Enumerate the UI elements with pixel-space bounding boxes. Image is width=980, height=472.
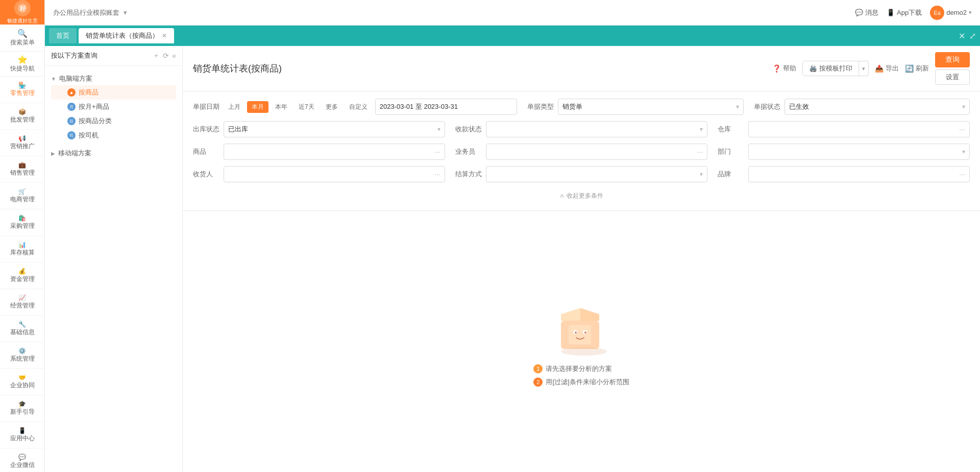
- scheme-item-by-product[interactable]: ● 按商品: [51, 85, 176, 100]
- tab-expand-btn[interactable]: ⤢: [969, 31, 976, 41]
- pc-scheme-group-header[interactable]: ▼ 电脑端方案: [51, 72, 176, 85]
- sidebar-marketing-label: 营销推广: [2, 142, 42, 151]
- workspace-dropdown-icon[interactable]: ▾: [124, 9, 127, 16]
- filter-row-2: 出库状态 已出库 ▾ 收款状态 ▾: [193, 121, 970, 137]
- sidebar-item-inventory[interactable]: 📊 库存核算: [0, 236, 44, 263]
- print-dropdown-btn[interactable]: ▾: [859, 63, 868, 75]
- help-btn[interactable]: ❓ 帮助: [772, 64, 796, 73]
- docstatus-select[interactable]: 已生效 ▾: [785, 99, 970, 115]
- scheme-item-by-category[interactable]: 目 按商品分类: [51, 114, 176, 128]
- sidebar-wechat-label: 企业微信: [2, 461, 42, 469]
- app-download-btn[interactable]: 📱 App下载: [887, 8, 922, 17]
- appcenter-icon: 📱: [2, 427, 42, 434]
- sidebar-item-enterprise[interactable]: 🤝 企业协同: [0, 369, 44, 395]
- doctype-value: 销货单: [562, 102, 582, 111]
- doctype-label: 单据类型: [527, 102, 558, 111]
- help-label: 帮助: [783, 64, 796, 73]
- svg-marker-4: [561, 308, 580, 321]
- filter-left-panel: 按以下方案查询 ＋ ⟳ « ▼ 电脑端方案 ● 按商品: [45, 46, 183, 472]
- date-btn-last-month[interactable]: 上月: [224, 101, 245, 113]
- tabbar: 首页 销货单统计表（按商品） ✕ ✕ ⤢: [45, 26, 980, 46]
- salesperson-input[interactable]: ···: [486, 144, 707, 160]
- date-range-input[interactable]: 2023-03-01 至 2023-03-31: [375, 99, 517, 115]
- product-input[interactable]: ···: [224, 144, 445, 160]
- add-scheme-btn[interactable]: ＋: [153, 51, 160, 60]
- tab-close-all-btn[interactable]: ✕: [959, 31, 965, 41]
- date-btn-custom[interactable]: 自定义: [345, 101, 372, 113]
- sidebar-item-ecommerce[interactable]: 🛒 电商管理: [0, 183, 44, 209]
- date-range-value: 2023-03-01 至 2023-03-31: [380, 102, 458, 111]
- help-icon: ❓: [772, 64, 781, 73]
- settings-btn[interactable]: 设置: [935, 69, 970, 85]
- message-btn[interactable]: 💬 消息: [855, 8, 878, 17]
- receiptstatus-select[interactable]: ▾: [486, 121, 707, 137]
- sidebar-item-wechat[interactable]: 💬 企业微信: [0, 449, 44, 472]
- search-menu-item[interactable]: 🔍 搜索菜单: [0, 25, 44, 52]
- date-quick-btns: 上月 本月 本年 近7天 更多 自定义: [224, 101, 372, 113]
- tab-report[interactable]: 销货单统计表（按商品） ✕: [79, 28, 174, 43]
- salesperson-ellipsis[interactable]: ···: [697, 148, 703, 156]
- export-btn[interactable]: 📤 导出: [875, 64, 899, 73]
- date-btn-more[interactable]: 更多: [321, 101, 342, 113]
- sidebar-item-basic[interactable]: 🔧 基础信息: [0, 316, 44, 342]
- date-btn-7days[interactable]: 近7天: [294, 101, 319, 113]
- tab-close-btn[interactable]: ✕: [162, 32, 167, 39]
- sidebar-item-wholesale[interactable]: 📦 批发管理: [0, 103, 44, 130]
- query-btn[interactable]: 查询: [935, 52, 970, 67]
- refresh-scheme-btn[interactable]: ⟳: [163, 52, 169, 60]
- quick-nav-item[interactable]: ⭐ 快捷导航: [0, 52, 44, 77]
- recipient-ellipsis[interactable]: ···: [434, 170, 440, 178]
- department-select[interactable]: ▾: [748, 144, 970, 160]
- collapse-panel-btn[interactable]: «: [172, 52, 176, 60]
- system-icon: ⚙️: [2, 347, 42, 355]
- product-ellipsis[interactable]: ···: [434, 148, 440, 156]
- sidebar-item-retail[interactable]: 🏪 零售管理: [0, 77, 44, 103]
- operations-icon: 📈: [2, 294, 42, 301]
- sidebar-item-purchase[interactable]: 🛍️ 采购管理: [0, 209, 44, 236]
- sidebar-item-finance[interactable]: 💰 资金管理: [0, 263, 44, 289]
- warehouse-ellipsis[interactable]: ···: [959, 125, 965, 133]
- brand-ellipsis[interactable]: ···: [959, 170, 965, 178]
- tab-home[interactable]: 首页: [49, 28, 77, 43]
- app-logo[interactable]: 好 畅捷通好生意: [0, 0, 44, 25]
- logo-text: 畅捷通好生意: [7, 17, 38, 25]
- doctype-select[interactable]: 销货单 ▾: [558, 99, 743, 115]
- message-label: 消息: [865, 8, 878, 17]
- svg-point-9: [575, 332, 577, 334]
- filter-row-3: 商品 ··· 业务员 ···: [193, 144, 970, 160]
- wholesale-icon: 📦: [2, 108, 42, 115]
- filter-docstatus-item: 单据状态 已生效 ▾: [754, 99, 970, 115]
- collapse-filter-btn[interactable]: ∧ 收起更多条件: [193, 188, 970, 203]
- refresh-btn[interactable]: 🔄 刷新: [905, 64, 929, 73]
- sidebar-item-system[interactable]: ⚙️ 系统管理: [0, 342, 44, 369]
- date-btn-this-month[interactable]: 本月: [247, 101, 268, 113]
- print-btn[interactable]: 🖨️ 按模板打印: [803, 61, 859, 76]
- user-menu[interactable]: Ea demo2 ▾: [930, 6, 972, 20]
- sidebar-item-sales[interactable]: 💼 销售管理: [0, 156, 44, 183]
- scheme-item-by-month-product[interactable]: 月 按月+商品: [51, 100, 176, 114]
- sidebar-item-operations[interactable]: 📈 经营管理: [0, 289, 44, 316]
- retail-icon: 🏪: [2, 82, 42, 89]
- filter-date-item: 单据日期 上月 本月 本年 近7天 更多 自定义 2023-: [193, 99, 517, 115]
- sidebar-finance-label: 资金管理: [2, 275, 42, 284]
- outstatus-select[interactable]: 已出库 ▾: [224, 121, 445, 137]
- scheme-item-by-cashier[interactable]: 司 按司机: [51, 128, 176, 143]
- date-btn-this-year[interactable]: 本年: [271, 101, 292, 113]
- svg-rect-6: [569, 325, 591, 344]
- sidebar-appcenter-label: 应用中心: [2, 434, 42, 443]
- refresh-icon: 🔄: [905, 64, 914, 73]
- filter-product-item: 商品 ···: [193, 144, 445, 160]
- warehouse-input[interactable]: ···: [748, 121, 970, 137]
- sidebar-item-newbie[interactable]: 🎓 新手引导: [0, 395, 44, 422]
- filter-row-4: 收货人 ··· 结算方式 ▾: [193, 166, 970, 182]
- scheme-icon-by-cashier: 司: [67, 131, 76, 139]
- sidebar-item-appcenter[interactable]: 📱 应用中心: [0, 422, 44, 449]
- sidebar-item-marketing[interactable]: 📢 营销推广: [0, 130, 44, 156]
- brand-input[interactable]: ···: [748, 166, 970, 182]
- recipient-input[interactable]: ···: [224, 166, 445, 182]
- mobile-scheme-group-header[interactable]: ▶ 移动端方案: [51, 147, 176, 160]
- payment-select[interactable]: ▾: [486, 166, 707, 182]
- filter-department-item: 部门 ▾: [718, 144, 970, 160]
- report-tab-label: 销货单统计表（按商品）: [86, 31, 159, 40]
- topbar: 办公用品行业模拟账套 ▾ 💬 消息 📱 App下载 Ea demo2 ▾: [45, 0, 980, 26]
